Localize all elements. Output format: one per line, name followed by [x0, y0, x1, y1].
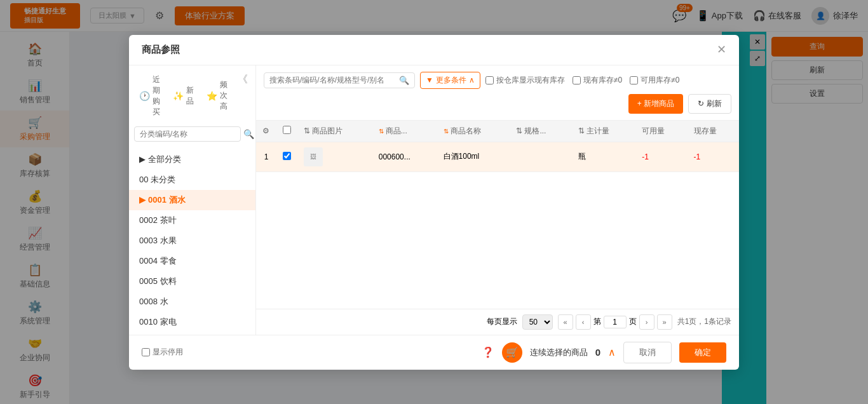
new-icon: ✨: [173, 91, 184, 101]
show-disabled-checkbox[interactable]: 显示停用: [142, 347, 183, 358]
next-page-button[interactable]: ›: [639, 314, 654, 330]
help-icon[interactable]: ❓: [482, 346, 494, 358]
modal-footer: 显示停用 ❓ 🛒 连续选择的商品 0 ∧ 取消 确定: [129, 335, 739, 370]
th-available: 可用量: [635, 121, 687, 142]
first-page-button[interactable]: «: [558, 314, 573, 330]
page-number-input[interactable]: [604, 316, 627, 328]
table-row[interactable]: 1 🖼 000600... 白酒100ml 瓶 -1 -1: [256, 142, 739, 172]
pagination: 每页显示 50 « ‹ 第 页 › » 共1页，1条记录: [256, 309, 739, 335]
refresh-icon: ↻: [698, 99, 704, 108]
product-thumbnail: 🖼: [304, 147, 323, 166]
th-image: ⇅ 商品图片: [297, 121, 372, 142]
last-page-button[interactable]: »: [657, 314, 672, 330]
prev-page-button[interactable]: ‹: [576, 314, 591, 330]
table-header-row: ⚙ ⇅ 商品图片 ⇅: [256, 121, 739, 142]
category-search-icon[interactable]: 🔍: [243, 129, 254, 139]
th-unit: ⇅ 主计量: [572, 121, 635, 142]
modal-body: 🕐 近期购买 ✨ 新品 ⭐ 频次高 《 🔍: [129, 65, 739, 335]
row-code: 000600...: [372, 142, 437, 172]
refresh-button[interactable]: ↻ 刷新: [688, 94, 731, 114]
row-index: 1: [256, 142, 276, 172]
row-available: -1: [635, 142, 687, 172]
cat1-arrow-icon: ▶: [139, 195, 146, 205]
category-item-6[interactable]: 0008 水: [129, 292, 255, 312]
row-image: 🖼: [297, 142, 372, 172]
left-tabs: 🕐 近期购买 ✨ 新品 ⭐ 频次高 《: [129, 65, 255, 121]
more-filters-button[interactable]: ▼ 更多条件 ∧: [420, 72, 480, 89]
modal-left-panel: 🕐 近期购买 ✨ 新品 ⭐ 频次高 《 🔍: [129, 65, 256, 335]
tab-new[interactable]: ✨ 新品: [168, 71, 199, 121]
checkbox-stock-nonzero-input[interactable]: [573, 76, 581, 84]
category-item-all[interactable]: ▶ 全部分类: [129, 149, 255, 170]
product-reference-modal: 商品参照 ✕ 🕐 近期购买 ✨ 新品 ⭐ 频次高: [129, 35, 739, 370]
collapse-left-button[interactable]: 《: [235, 71, 250, 121]
product-search-input[interactable]: [269, 76, 397, 84]
checkbox-warehouse[interactable]: 按仓库显示现有库存: [485, 75, 565, 86]
filter-checkboxes: 按仓库显示现有库存 现有库存≠0 可用库存≠0: [485, 75, 680, 86]
th-settings: ⚙: [256, 121, 276, 142]
frequent-icon: ⭐: [207, 91, 217, 101]
checkbox-available-nonzero-input[interactable]: [630, 76, 638, 84]
row-checkbox[interactable]: [276, 142, 297, 172]
footer-collapse-icon[interactable]: ∧: [608, 346, 616, 358]
row-name: 白酒100ml: [437, 142, 510, 172]
category-item-7[interactable]: 0010 家电: [129, 312, 255, 332]
filter-icon: ▼: [426, 76, 433, 84]
all-arrow-icon: ▶: [139, 154, 146, 164]
confirm-button[interactable]: 确定: [679, 342, 726, 363]
modal-overlay: 商品参照 ✕ 🕐 近期购买 ✨ 新品 ⭐ 频次高: [0, 0, 868, 404]
category-list: ▶ 全部分类 00 未分类 ▶ 0001 酒水 0002 茶叶 0003 水果: [129, 147, 255, 335]
cancel-button[interactable]: 取消: [623, 342, 672, 363]
modal-toolbar: 🔍 ▼ 更多条件 ∧ 按仓库显示现有库存 现: [256, 65, 739, 121]
product-search-bar: 🔍: [264, 72, 415, 88]
product-search-icon[interactable]: 🔍: [399, 76, 409, 85]
checkbox-available-nonzero[interactable]: 可用库存≠0: [630, 75, 679, 86]
checkbox-warehouse-input[interactable]: [485, 76, 494, 84]
row-spec: [510, 142, 571, 172]
th-checkbox: [276, 121, 297, 142]
page-nav: « ‹ 第 页 › »: [558, 314, 672, 330]
modal-header: 商品参照 ✕: [129, 35, 739, 65]
product-table-wrap: ⚙ ⇅ 商品图片 ⇅: [256, 121, 739, 309]
category-item-0[interactable]: 00 未分类: [129, 170, 255, 190]
th-name: ⇅ 商品名称: [437, 121, 510, 142]
add-product-button[interactable]: + 新增商品: [628, 94, 683, 114]
category-item-1[interactable]: ▶ 0001 酒水: [129, 190, 255, 210]
recent-icon: 🕐: [139, 91, 150, 101]
category-item-3[interactable]: 0003 水果: [129, 231, 255, 251]
row-select-checkbox[interactable]: [283, 152, 291, 160]
name-sort-icon: ⇅: [444, 128, 449, 135]
tab-recent[interactable]: 🕐 近期购买: [134, 71, 165, 121]
checkbox-stock-nonzero[interactable]: 现有库存≠0: [573, 75, 622, 86]
th-code: ⇅ 商品...: [372, 121, 437, 142]
row-unit: 瓶: [572, 142, 635, 172]
filter-up-icon: ∧: [469, 76, 475, 84]
th-spec: ⇅ 规格...: [510, 121, 571, 142]
row-stock: -1: [688, 142, 739, 172]
code-sort-icon: ⇅: [379, 128, 384, 135]
cart-button[interactable]: 🛒: [502, 342, 522, 363]
tab-frequent[interactable]: ⭐ 频次高: [201, 71, 233, 121]
category-item-2[interactable]: 0002 茶叶: [129, 210, 255, 231]
modal-close-button[interactable]: ✕: [717, 44, 726, 55]
category-item-5[interactable]: 0005 饮料: [129, 271, 255, 292]
category-search-bar: 🔍: [129, 121, 255, 147]
product-table: ⚙ ⇅ 商品图片 ⇅: [256, 121, 739, 172]
modal-title: 商品参照: [142, 44, 180, 56]
select-all-checkbox[interactable]: [283, 126, 291, 134]
modal-right-panel: 🔍 ▼ 更多条件 ∧ 按仓库显示现有库存 现: [256, 65, 739, 335]
toolbar-right-buttons: + 新增商品 ↻ 刷新: [628, 94, 731, 114]
category-search-input[interactable]: [134, 126, 241, 142]
category-item-4[interactable]: 0004 零食: [129, 251, 255, 271]
show-disabled-input[interactable]: [142, 348, 150, 356]
page-size-select[interactable]: 50: [522, 314, 553, 330]
th-stock: 现存量: [688, 121, 739, 142]
